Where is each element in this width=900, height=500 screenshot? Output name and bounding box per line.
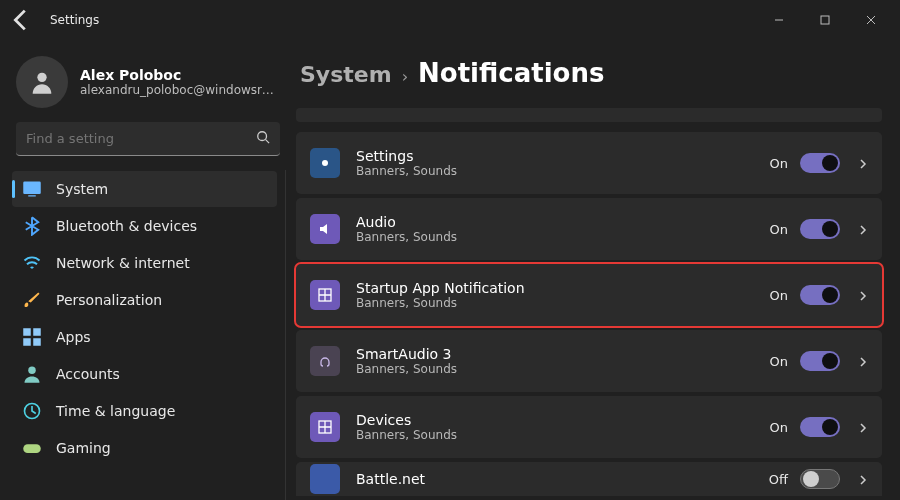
nav-item-gaming[interactable]: Gaming	[12, 430, 277, 466]
toggle-state-label: Off	[769, 472, 788, 487]
maximize-button[interactable]	[802, 5, 848, 35]
chevron-right-icon[interactable]	[858, 154, 868, 173]
app-title: Devices	[356, 412, 770, 428]
list-header-collapsed	[296, 108, 882, 122]
app-title: Startup App Notification	[356, 280, 770, 296]
nav-item-personalization[interactable]: Personalization	[12, 282, 277, 318]
close-button[interactable]	[848, 5, 894, 35]
wifi-icon	[22, 253, 42, 273]
search-input[interactable]	[26, 131, 256, 146]
accounts-icon	[22, 364, 42, 384]
svg-rect-6	[33, 328, 41, 336]
search-box[interactable]	[16, 122, 280, 156]
toggle[interactable]	[800, 153, 840, 173]
svg-rect-11	[23, 444, 41, 453]
nav-item-system[interactable]: System	[12, 171, 277, 207]
apps-icon	[22, 327, 42, 347]
nav-item-apps[interactable]: Apps	[12, 319, 277, 355]
window-controls	[756, 5, 894, 35]
svg-point-9	[28, 367, 36, 375]
chevron-right-icon[interactable]	[858, 286, 868, 305]
nav-label: Accounts	[56, 366, 120, 382]
toggle[interactable]	[800, 417, 840, 437]
app-subtitle: Banners, Sounds	[356, 428, 770, 442]
chevron-right-icon[interactable]	[858, 418, 868, 437]
nav-item-accounts[interactable]: Accounts	[12, 356, 277, 392]
nav-label: Time & language	[56, 403, 175, 419]
svg-rect-7	[23, 338, 31, 346]
app-row-devices[interactable]: Devices Banners, Sounds On	[296, 396, 882, 458]
system-icon	[22, 179, 42, 199]
app-icon	[310, 346, 340, 376]
svg-rect-3	[23, 182, 41, 195]
app-title: Settings	[356, 148, 770, 164]
chevron-right-icon[interactable]	[858, 352, 868, 371]
gaming-icon	[22, 438, 42, 458]
app-icon	[310, 280, 340, 310]
nav-list: System Bluetooth & devices Network & int…	[10, 170, 286, 500]
breadcrumb-parent[interactable]: System	[300, 62, 392, 87]
titlebar: Settings	[0, 0, 900, 40]
toggle[interactable]	[800, 469, 840, 489]
app-subtitle: Banners, Sounds	[356, 362, 770, 376]
app-icon	[310, 214, 340, 244]
app-subtitle: Banners, Sounds	[356, 230, 770, 244]
svg-point-12	[322, 160, 328, 166]
avatar	[16, 56, 68, 108]
nav-item-network[interactable]: Network & internet	[12, 245, 277, 281]
app-title: Audio	[356, 214, 770, 230]
page-title: Notifications	[418, 58, 604, 88]
nav-label: Bluetooth & devices	[56, 218, 197, 234]
chevron-right-icon[interactable]	[858, 470, 868, 489]
nav-label: System	[56, 181, 108, 197]
toggle-state-label: On	[770, 420, 788, 435]
app-subtitle: Banners, Sounds	[356, 164, 770, 178]
svg-rect-5	[23, 328, 31, 336]
main-content: System › Notifications Settings Banners,…	[290, 40, 900, 500]
profile-name: Alex Poloboc	[80, 67, 280, 83]
svg-rect-0	[821, 16, 829, 24]
app-row-smartaudio-3[interactable]: SmartAudio 3 Banners, Sounds On	[296, 330, 882, 392]
nav-label: Apps	[56, 329, 91, 345]
window-title: Settings	[50, 13, 99, 27]
svg-rect-4	[28, 195, 36, 196]
time-icon	[22, 401, 42, 421]
bluetooth-icon	[22, 216, 42, 236]
nav-label: Network & internet	[56, 255, 190, 271]
app-icon	[310, 412, 340, 442]
svg-point-1	[37, 73, 46, 82]
svg-rect-8	[33, 338, 41, 346]
breadcrumb: System › Notifications	[300, 58, 882, 88]
svg-point-2	[258, 132, 267, 141]
nav-label: Gaming	[56, 440, 111, 456]
sidebar: Alex Poloboc alexandru_poloboc@windowsre…	[0, 40, 290, 500]
chevron-right-icon[interactable]	[858, 220, 868, 239]
brush-icon	[22, 290, 42, 310]
minimize-button[interactable]	[756, 5, 802, 35]
search-icon	[256, 129, 270, 148]
toggle-state-label: On	[770, 354, 788, 369]
back-button[interactable]	[6, 5, 36, 35]
app-icon	[310, 148, 340, 178]
app-row-audio[interactable]: Audio Banners, Sounds On	[296, 198, 882, 260]
app-notification-list: Settings Banners, Sounds On Audio Banner…	[296, 108, 882, 496]
app-subtitle: Banners, Sounds	[356, 296, 770, 310]
app-row-battlenet[interactable]: Battle.net Off	[296, 462, 882, 496]
app-icon	[310, 464, 340, 494]
toggle-state-label: On	[770, 156, 788, 171]
nav-item-bluetooth[interactable]: Bluetooth & devices	[12, 208, 277, 244]
nav-label: Personalization	[56, 292, 162, 308]
toggle[interactable]	[800, 285, 840, 305]
toggle-state-label: On	[770, 222, 788, 237]
profile-block[interactable]: Alex Poloboc alexandru_poloboc@windowsre…	[10, 52, 286, 122]
app-title: SmartAudio 3	[356, 346, 770, 362]
toggle[interactable]	[800, 351, 840, 371]
profile-email: alexandru_poloboc@windowsreport...	[80, 83, 280, 97]
nav-item-time-language[interactable]: Time & language	[12, 393, 277, 429]
toggle-state-label: On	[770, 288, 788, 303]
app-row-startup-app-notification[interactable]: Startup App Notification Banners, Sounds…	[296, 264, 882, 326]
breadcrumb-sep-icon: ›	[402, 67, 408, 86]
toggle[interactable]	[800, 219, 840, 239]
app-row-settings[interactable]: Settings Banners, Sounds On	[296, 132, 882, 194]
app-title: Battle.net	[356, 471, 769, 487]
